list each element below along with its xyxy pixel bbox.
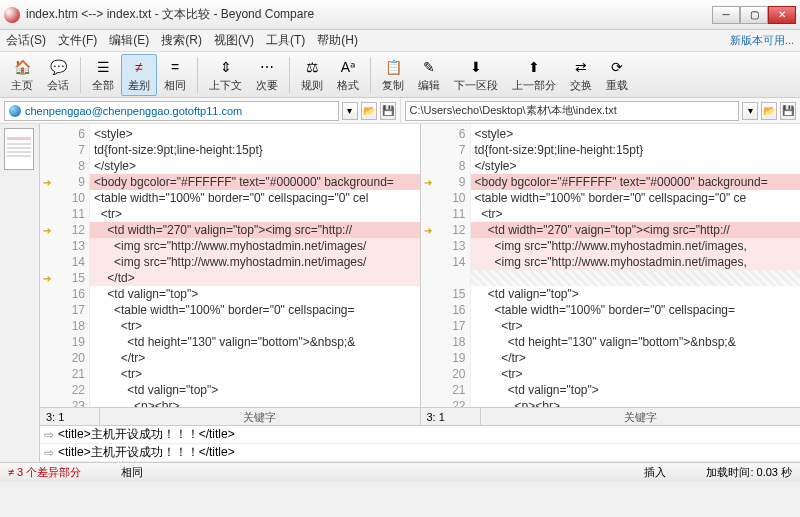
minor-icon: ⋯	[257, 57, 277, 77]
menu-help[interactable]: 帮助(H)	[317, 32, 358, 49]
menu-search[interactable]: 搜索(R)	[161, 32, 202, 49]
left-open-button[interactable]: 📂	[361, 102, 377, 120]
right-path-input[interactable]: C:\Users\echo\Desktop\素材\本地\index.txt	[405, 101, 740, 121]
window-title: index.htm <--> index.txt - 文本比较 - Beyond…	[26, 6, 712, 23]
arrow-icon: ⇨	[44, 446, 54, 460]
status-loadtime: 加载时间: 0.03 秒	[706, 465, 792, 480]
all-button[interactable]: ☰全部	[85, 54, 121, 96]
right-position: 3: 1	[421, 408, 481, 425]
statusbar: 3 个差异部分 相同 插入 加载时间: 0.03 秒	[0, 462, 800, 482]
pathbar: chenpenggao@chenpenggao.gotoftp11.com ▾ …	[0, 98, 800, 124]
left-position: 3: 1	[40, 408, 100, 425]
menubar: 会话(S) 文件(F) 编辑(E) 搜索(R) 视图(V) 工具(T) 帮助(H…	[0, 30, 800, 52]
same-button[interactable]: =相同	[157, 54, 193, 96]
update-link[interactable]: 新版本可用...	[730, 33, 794, 48]
close-button[interactable]: ✕	[768, 6, 796, 24]
maximize-button[interactable]: ▢	[740, 6, 768, 24]
edit-button[interactable]: ✎编辑	[411, 54, 447, 96]
menu-tools[interactable]: 工具(T)	[266, 32, 305, 49]
rules-icon: ⚖	[302, 57, 322, 77]
swap-icon: ⇄	[571, 57, 591, 77]
edit-icon: ✎	[419, 57, 439, 77]
copy-icon: 📋	[383, 57, 403, 77]
thumbnail-column	[0, 124, 40, 462]
session-icon: 💬	[48, 57, 68, 77]
context-icon: ⇕	[216, 57, 236, 77]
format-button[interactable]: Aᵃ格式	[330, 54, 366, 96]
search-result-row[interactable]: ⇨<title>主机开设成功！！！</title>	[40, 444, 800, 462]
reload-button[interactable]: ⟳重载	[599, 54, 635, 96]
swap-button[interactable]: ⇄交换	[563, 54, 599, 96]
left-save-button[interactable]: 💾	[380, 102, 396, 120]
app-icon	[4, 7, 20, 23]
right-save-button[interactable]: 💾	[780, 102, 796, 120]
home-button[interactable]: 🏠主页	[4, 54, 40, 96]
left-path-input[interactable]: chenpenggao@chenpenggao.gotoftp11.com	[4, 101, 339, 121]
same-icon: =	[165, 57, 185, 77]
left-dropdown-button[interactable]: ▾	[342, 102, 358, 120]
menu-edit[interactable]: 编辑(E)	[109, 32, 149, 49]
context-button[interactable]: ⇕上下文	[202, 54, 249, 96]
search-results-pane: ⇨<title>主机开设成功！！！</title> ⇨<title>主机开设成功…	[40, 425, 800, 462]
menu-session[interactable]: 会话(S)	[6, 32, 46, 49]
format-icon: Aᵃ	[338, 57, 358, 77]
home-icon: 🏠	[12, 57, 32, 77]
thumbnail[interactable]	[4, 128, 34, 170]
diff-button[interactable]: ≠差别	[121, 54, 157, 96]
menu-view[interactable]: 视图(V)	[214, 32, 254, 49]
minor-button[interactable]: ⋯次要	[249, 54, 285, 96]
menu-file[interactable]: 文件(F)	[58, 32, 97, 49]
rules-button[interactable]: ⚖规则	[294, 54, 330, 96]
diff-icon: ≠	[129, 57, 149, 77]
right-open-button[interactable]: 📂	[761, 102, 777, 120]
minimize-button[interactable]: ─	[712, 6, 740, 24]
copy-button[interactable]: 📋复制	[375, 54, 411, 96]
prevpart-button[interactable]: ⬆上一部分	[505, 54, 563, 96]
all-icon: ☰	[93, 57, 113, 77]
status-insert: 插入	[644, 465, 666, 480]
arrow-icon: ⇨	[44, 428, 54, 442]
down-icon: ⬇	[466, 57, 486, 77]
toolbar: 🏠主页 💬会话 ☰全部 ≠差别 =相同 ⇕上下文 ⋯次要 ⚖规则 Aᵃ格式 📋复…	[0, 52, 800, 98]
left-keyword-label: 关键字	[100, 408, 420, 425]
titlebar: index.htm <--> index.txt - 文本比较 - Beyond…	[0, 0, 800, 30]
nextsec-button[interactable]: ⬇下一区段	[447, 54, 505, 96]
search-result-row[interactable]: ⇨<title>主机开设成功！！！</title>	[40, 426, 800, 444]
globe-icon	[9, 105, 21, 117]
right-dropdown-button[interactable]: ▾	[742, 102, 758, 120]
right-code-pane[interactable]: ➔➔➔ 678910111213141516171819202122232425…	[421, 124, 801, 407]
status-diffcount: 3 个差异部分	[8, 465, 81, 480]
reload-icon: ⟳	[607, 57, 627, 77]
session-button[interactable]: 💬会话	[40, 54, 76, 96]
left-code-pane[interactable]: ➔➔➔➔ 67891011121314151617181920212223242…	[40, 124, 421, 407]
right-keyword-label: 关键字	[481, 408, 801, 425]
up-icon: ⬆	[524, 57, 544, 77]
status-same: 相同	[121, 465, 143, 480]
